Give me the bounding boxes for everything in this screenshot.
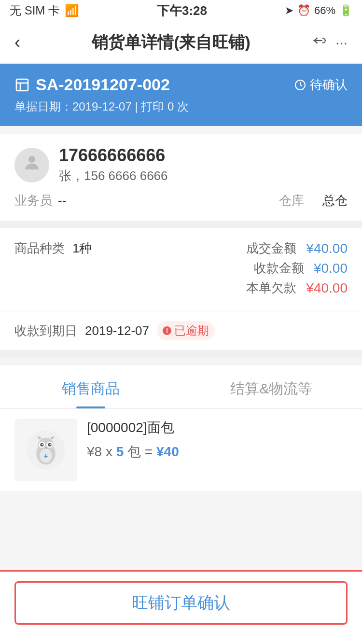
nav-bar: ‹ 销货单详情(来自旺铺) ··· xyxy=(0,21,362,64)
total-price: ¥40 xyxy=(156,444,179,459)
share-icon[interactable] xyxy=(312,34,326,51)
bottom-bar: 旺铺订单确认 xyxy=(0,570,362,644)
payment-value: ¥0.00 xyxy=(314,261,348,276)
product-list: + [0000002]面包 ¥8 x 5 包 = ¥40 xyxy=(0,409,362,491)
transaction-value: ¥40.00 xyxy=(306,241,348,256)
bottom-spacer xyxy=(0,491,362,568)
salesperson-label: 业务员 xyxy=(14,192,58,209)
product-info: [0000002]面包 ¥8 x 5 包 = ¥40 xyxy=(87,419,348,461)
customer-name: 张，156 6666 6666 xyxy=(59,168,168,184)
alarm-icon: ⏰ xyxy=(297,4,310,17)
salesperson-value: -- xyxy=(58,193,66,208)
product-price: ¥8 x 5 包 = ¥40 xyxy=(87,443,348,461)
unit: 包 xyxy=(127,444,141,459)
summary-section: 商品种类 1种 成交金额 ¥40.00 收款金额 ¥0.00 本单欠款 ¥40.… xyxy=(0,228,362,311)
type-value: 1种 xyxy=(72,240,92,257)
divider-1 xyxy=(0,221,362,228)
transaction-label: 成交金额 xyxy=(246,240,296,257)
svg-point-4 xyxy=(28,156,35,163)
summary-right: 成交金额 ¥40.00 收款金额 ¥0.00 本单欠款 ¥40.00 xyxy=(246,240,348,299)
overdue-text: 已逾期 xyxy=(174,323,209,338)
payment-due-section: 收款到期日 2019-12-07 ! 已逾期 xyxy=(0,311,362,350)
order-id: SA-20191207-002 xyxy=(14,75,170,94)
owl-logo-icon: + xyxy=(24,428,68,472)
order-date: 单据日期：2019-12-07 | 打印 0 次 xyxy=(14,99,348,114)
nav-actions: ··· xyxy=(312,34,348,51)
transaction-row: 成交金额 ¥40.00 xyxy=(246,240,348,257)
customer-row: 17666666666 张，156 6666 6666 xyxy=(14,145,348,184)
salesperson-row: 业务员 -- 仓库 总仓 xyxy=(14,192,348,209)
payment-due-label: 收款到期日 xyxy=(14,322,77,339)
user-icon xyxy=(22,153,42,177)
customer-section: 17666666666 张，156 6666 6666 业务员 -- 仓库 总仓 xyxy=(0,134,362,221)
status-bar: 无 SIM 卡 📶 下午3:28 ➤ ⏰ 66% 🔋 xyxy=(0,0,362,21)
wifi-icon: 📶 xyxy=(65,4,79,17)
debt-value: ¥40.00 xyxy=(306,280,348,296)
warehouse-value: 总仓 xyxy=(322,192,348,209)
no-sim-text: 无 SIM 卡 xyxy=(10,3,60,18)
order-header-top: SA-20191207-002 待确认 xyxy=(14,75,348,94)
svg-text:+: + xyxy=(43,451,48,460)
payment-due-date: 2019-12-07 xyxy=(85,323,149,338)
overdue-badge: ! 已逾期 xyxy=(157,321,215,340)
tab-settlement[interactable]: 结算&物流等 xyxy=(181,365,362,408)
type-label: 商品种类 xyxy=(14,240,65,257)
svg-point-14 xyxy=(42,444,43,445)
status-bar-time: 下午3:28 xyxy=(157,2,207,19)
status-bar-right: ➤ ⏰ 66% 🔋 xyxy=(285,4,352,17)
overdue-icon: ! xyxy=(163,326,171,335)
unit-price: ¥8 xyxy=(87,444,102,459)
tabs-header: 销售商品 结算&物流等 xyxy=(0,365,362,409)
battery-text: 66% xyxy=(314,4,335,17)
order-header: SA-20191207-002 待确认 单据日期：2019-12-07 | 打印… xyxy=(0,64,362,126)
divider-2 xyxy=(0,350,362,358)
product-thumbnail: + xyxy=(14,419,77,481)
product-item: + [0000002]面包 ¥8 x 5 包 = ¥40 xyxy=(14,419,348,481)
order-status: 待确认 xyxy=(294,76,348,93)
multiply-sign: x xyxy=(106,444,116,459)
avatar xyxy=(14,148,49,182)
summary-left: 商品种类 1种 xyxy=(14,240,92,257)
quantity: 5 xyxy=(116,444,124,459)
tab-sales[interactable]: 销售商品 xyxy=(0,365,181,408)
svg-point-15 xyxy=(50,444,51,445)
payment-label: 收款金额 xyxy=(254,260,304,277)
tabs-section: 销售商品 结算&物流等 xyxy=(0,365,362,491)
debt-row: 本单欠款 ¥40.00 xyxy=(246,280,348,296)
confirm-order-button[interactable]: 旺铺订单确认 xyxy=(14,581,348,625)
customer-phone: 17666666666 xyxy=(59,145,168,166)
back-button[interactable]: ‹ xyxy=(14,32,30,53)
status-bar-left: 无 SIM 卡 📶 xyxy=(10,3,79,18)
customer-info: 17666666666 张，156 6666 6666 xyxy=(59,145,168,184)
payment-row: 收款金额 ¥0.00 xyxy=(246,260,348,277)
equals-sign: = xyxy=(145,444,156,459)
battery-icon: 🔋 xyxy=(339,4,352,17)
warehouse-label: 仓库 xyxy=(279,192,322,209)
location-icon: ➤ xyxy=(285,4,293,17)
more-icon[interactable]: ··· xyxy=(335,34,348,51)
product-name: [0000002]面包 xyxy=(87,419,348,437)
svg-rect-0 xyxy=(16,79,28,91)
page-title: 销货单详情(来自旺铺) xyxy=(30,31,312,54)
debt-label: 本单欠款 xyxy=(246,280,296,296)
